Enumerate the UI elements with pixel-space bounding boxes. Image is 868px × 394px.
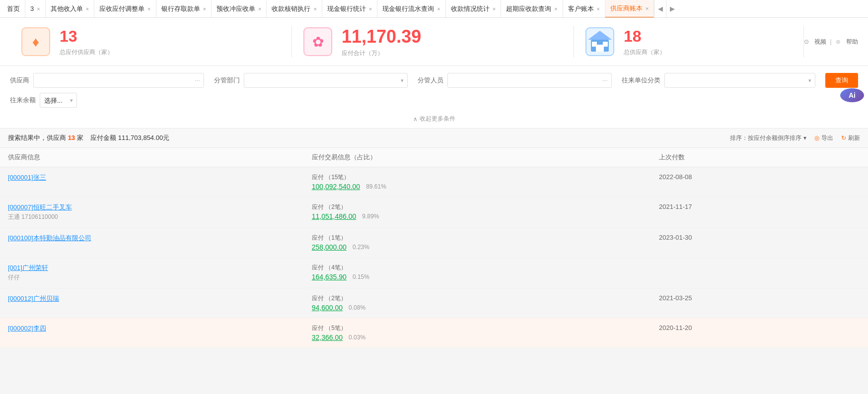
filter-area: 供应商 ··· 分管部门 ▾ 分管人员 xyxy=(0,66,868,129)
nav-tab-bank-deposit[interactable]: 银行存取款单 × xyxy=(156,0,212,18)
amount-value[interactable]: 32,366.00 xyxy=(312,333,343,341)
close-icon[interactable]: × xyxy=(369,6,372,12)
nav-tab-supplier-ledger[interactable]: 供应商账本 × xyxy=(605,0,654,18)
close-icon[interactable]: × xyxy=(597,6,600,12)
close-icon[interactable]: × xyxy=(313,6,316,12)
video-link[interactable]: 视频 xyxy=(814,38,826,45)
svg-text:♦: ♦ xyxy=(32,34,39,50)
tx-info-cell: 应付 （1笔）258,000.000.23% xyxy=(304,228,651,258)
svg-rect-7 xyxy=(596,45,604,52)
last-pay-date: 2021-03-25 xyxy=(659,294,692,302)
amount-value[interactable]: 164,635.90 xyxy=(312,273,347,281)
close-icon[interactable]: × xyxy=(258,6,261,12)
last-pay-cell xyxy=(651,258,868,288)
supplier-link[interactable]: [000007]恒旺二手叉车 xyxy=(8,203,72,211)
table-header: 供应商信息 应付交易信息（占比） 上次付数 xyxy=(0,148,868,167)
close-icon[interactable]: × xyxy=(646,5,649,11)
category-select[interactable] xyxy=(664,73,816,88)
chevron-up-icon: ∧ xyxy=(413,116,418,123)
toolbar-actions: 排序：按应付余额倒序排序 ▾ ◎ 导出 ↻ 刷新 xyxy=(730,134,860,142)
close-icon[interactable]: × xyxy=(147,6,150,12)
supplier-contact: 王通 17106110000 xyxy=(8,213,296,221)
nav-tab-cash-flow[interactable]: 现金银行流水查询 × xyxy=(377,0,445,18)
help-link[interactable]: 帮助 xyxy=(846,38,858,45)
supplier-input[interactable] xyxy=(33,73,204,88)
payable-icon: ✿ xyxy=(302,26,334,58)
percent-value: 0.08% xyxy=(349,304,365,311)
filter-person: 分管人员 ··· xyxy=(418,73,612,88)
nav-tab-prepay[interactable]: 预收冲应收单 × xyxy=(212,0,267,18)
nav-tab-cash-stats[interactable]: 现金银行统计 × xyxy=(322,0,377,18)
nav-tab-home[interactable]: 首页 xyxy=(2,0,25,18)
last-pay-cell: 2022-08-08 xyxy=(651,167,868,197)
nav-tab-overdue[interactable]: 超期应收款查询 × xyxy=(501,0,563,18)
nav-tab-customer-ledger[interactable]: 客户账本 × xyxy=(563,0,605,18)
nav-tab-other-income[interactable]: 其他收入单 × xyxy=(46,0,94,18)
percent-value: 89.61% xyxy=(366,183,386,190)
export-icon: ◎ xyxy=(814,134,819,141)
amount-row: 258,000.000.23% xyxy=(312,243,643,251)
percent-value: 0.23% xyxy=(353,244,369,251)
export-button[interactable]: ◎ 导出 xyxy=(814,134,833,142)
filter-supplier: 供应商 ··· xyxy=(10,73,204,88)
amount-row: 94,600.000.08% xyxy=(312,304,643,312)
supplier-info-cell: [000007]恒旺二手叉车王通 17106110000 xyxy=(0,197,304,228)
search-button[interactable]: 查询 xyxy=(825,73,858,88)
supplier-link[interactable]: [000002]李四 xyxy=(8,325,46,332)
refresh-button[interactable]: ↻ 刷新 xyxy=(841,134,860,142)
filter-row-2: 往来余额 选择... ▾ xyxy=(10,93,858,108)
close-icon[interactable]: × xyxy=(554,6,557,12)
amount-value[interactable]: 94,600.00 xyxy=(312,304,343,312)
tx-info-cell: 应付 （15笔）100,092,540.0089.61% xyxy=(304,167,651,197)
col-last-pay: 上次付数 xyxy=(651,148,868,167)
balance-select[interactable]: 选择... xyxy=(40,93,77,108)
supplier-link[interactable]: [000100]本特勤油品有限公司 xyxy=(8,234,91,242)
dept-select[interactable] xyxy=(244,73,408,88)
category-filter-label: 往来单位分类 xyxy=(622,76,660,85)
percent-value: 9.89% xyxy=(362,213,379,220)
supplier-info-cell: [000002]李四 xyxy=(0,318,304,348)
close-icon[interactable]: × xyxy=(86,6,89,12)
amount-value[interactable]: 11,051,486.00 xyxy=(312,212,357,220)
collapse-button[interactable]: ∧ 收起更多条件 xyxy=(10,113,858,123)
nav-tab-3[interactable]: 3 × xyxy=(25,0,46,18)
table-toolbar: 搜索结果中，供应商 13 家 应付金额 111,703,854.00元 排序：按… xyxy=(0,129,868,148)
ai-badge[interactable]: Ai xyxy=(840,88,864,102)
supplier-link[interactable]: [000001]张三 xyxy=(8,174,46,181)
amount-row: 11,051,486.009.89% xyxy=(312,212,643,220)
last-pay-date: 2020-11-20 xyxy=(659,324,692,331)
nav-tab-collection-stats[interactable]: 收款情况统计 × xyxy=(446,0,501,18)
tx-info-cell: 应付 （5笔）32,366.000.03% xyxy=(304,318,651,348)
supplier-link[interactable]: [001]广州荣轩 xyxy=(8,264,48,271)
amount-value[interactable]: 100,092,540.00 xyxy=(312,183,360,191)
nav-left-arrow[interactable]: ◀ xyxy=(654,0,666,18)
last-pay-date: 2022-08-08 xyxy=(659,173,692,181)
tx-info-cell: 应付 （4笔）164,635.900.15% xyxy=(304,258,651,288)
store-icon xyxy=(584,26,616,58)
supplier-link[interactable]: [000012]广州贝瑞 xyxy=(8,295,59,302)
nav-tab-collection[interactable]: 收款核销执行 × xyxy=(267,0,322,18)
refresh-icon: ↻ xyxy=(841,134,846,141)
close-icon[interactable]: × xyxy=(203,6,206,12)
sort-selector[interactable]: 排序：按应付余额倒序排序 ▾ xyxy=(730,134,806,142)
nav-tab-adjustment[interactable]: 应收应付调整单 × xyxy=(94,0,156,18)
tx-label: 应付 （2笔） xyxy=(312,203,643,211)
supplier-filter-label: 供应商 xyxy=(10,76,29,85)
close-icon[interactable]: × xyxy=(493,6,496,12)
tx-label: 应付 （15笔） xyxy=(312,173,643,182)
payable-amount-label: 应付合计（万） xyxy=(342,49,421,58)
close-icon[interactable]: × xyxy=(37,6,40,12)
close-icon[interactable]: × xyxy=(437,6,440,12)
filter-row-1: 供应商 ··· 分管部门 ▾ 分管人员 xyxy=(10,73,858,88)
chevron-down-icon-sort: ▾ xyxy=(803,134,806,141)
data-table-container: 供应商信息 应付交易信息（占比） 上次付数 [000001]张三应付 （15笔）… xyxy=(0,148,868,348)
nav-right-arrow[interactable]: ▶ xyxy=(666,0,678,18)
supplier-info-cell: [000001]张三 xyxy=(0,167,304,197)
total-supplier-label: 总供应商（家） xyxy=(624,48,665,57)
col-supplier-info: 供应商信息 xyxy=(0,148,304,167)
person-input[interactable] xyxy=(447,73,612,88)
last-pay-date: 2023-01-30 xyxy=(659,234,692,241)
last-pay-cell: 2023-01-30 xyxy=(651,228,868,258)
amount-value[interactable]: 258,000.00 xyxy=(312,243,347,251)
amount-row: 100,092,540.0089.61% xyxy=(312,183,643,191)
